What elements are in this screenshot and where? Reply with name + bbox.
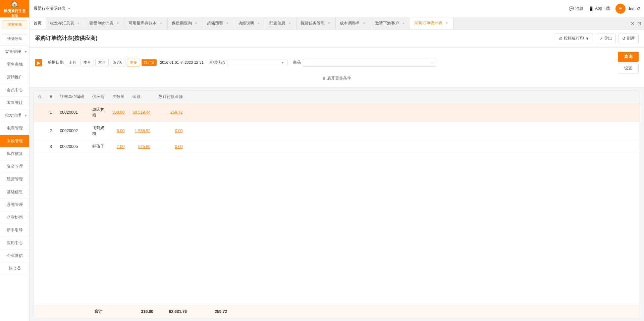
logo-text: 畅捷通好生意 (4, 8, 26, 13)
tab-close-icon[interactable]: × (362, 21, 367, 26)
status-select[interactable]: ▼ (227, 59, 287, 66)
export-button[interactable]: ↗ 导出 (596, 34, 616, 43)
tab-overstock-label: 超储预警 (207, 20, 223, 26)
template-print-button[interactable]: 🖨 按模板打印 ▼ (555, 34, 593, 43)
data-table: ⚙ # 往来单位编码 供应商 主数量 金额 累计付款金额 (34, 91, 640, 153)
amount-column-header: 金额 (128, 91, 154, 103)
sidebar-item-member[interactable]: 会员中心 (0, 84, 29, 97)
tab-warranty[interactable]: 保质期查询 × (168, 17, 203, 29)
tab-config[interactable]: 配置信息 × (265, 17, 297, 29)
tab-receivable[interactable]: 收发存汇总表 × (46, 17, 85, 29)
page-header: 采购订单统计表(按供应商) 🖨 按模板打印 ▼ ↗ 导出 ↺ 刷新 (30, 30, 644, 48)
print-icon: 🖨 (558, 36, 562, 41)
sidebar-item-capital[interactable]: 资金管理 (0, 160, 29, 173)
tab-inventory-ledger[interactable]: 可用量库存账本 × (124, 17, 168, 29)
tab-cost[interactable]: 成本调整单 × (336, 17, 371, 29)
sidebar-item-basic-info[interactable]: 基础信息 (0, 186, 29, 199)
tab-purchase-stat[interactable]: 采购订单统计表 × (410, 17, 453, 29)
message-icon: 💬 (569, 6, 574, 11)
table-row[interactable]: 1 00020001 惠氏奶粉 303.00 60,519.44 259.72 (34, 103, 640, 122)
sidebar-item-purchase[interactable]: 采购管理 (0, 135, 29, 148)
sidebar-item-enterprise[interactable]: 企业协同 (0, 211, 29, 224)
sidebar-item-newbie[interactable]: 新手引导 (0, 224, 29, 237)
refresh-button[interactable]: ↺ 刷新 (619, 34, 639, 43)
tabbar: 首页 收发存汇总表 × 要货单统计表 × 可用量库存账本 × 保质期查询 × 超… (30, 17, 644, 30)
sidebar-item-inventory[interactable]: 库存核算 (0, 148, 29, 160)
logo-icon: 🏠 (10, 0, 19, 8)
tab-close-icon[interactable]: × (327, 21, 331, 26)
tab-overstock[interactable]: 超储预警 × (203, 17, 234, 29)
extra-column-header (187, 91, 640, 103)
row-num: 2 (46, 122, 56, 140)
phone-icon: 📱 (589, 6, 594, 11)
page-title: 采购订单统计表(按供应商) (35, 35, 98, 42)
tab-purchase-stat-label: 采购订单统计表 (414, 20, 442, 26)
num-column-header: # (46, 91, 56, 103)
sidebar-item-system[interactable]: 系统管理 (0, 199, 29, 211)
expand-icon: ⊕ (322, 76, 326, 81)
search-english-button[interactable]: 搜索英单 (2, 20, 27, 29)
date-this-month-btn[interactable]: 本月 (80, 59, 94, 66)
column-settings-icon[interactable]: ⚙ (38, 95, 42, 99)
tab-close-icon[interactable]: × (256, 21, 261, 26)
sidebar-item-retail-stat[interactable]: 零售统计 (0, 97, 29, 109)
tab-close-icon[interactable]: × (194, 21, 199, 26)
message-button[interactable]: 💬 消息 (569, 6, 583, 11)
tab-close-icon[interactable]: × (287, 21, 292, 26)
row-code: 00020002 (56, 122, 88, 140)
date-more-btn[interactable]: 更多 (127, 59, 140, 66)
date-this-year-btn[interactable]: 本年 (95, 59, 109, 66)
tab-goods-stat-label: 要货单统计表 (89, 20, 113, 26)
close-window-button[interactable]: ✕ (631, 21, 635, 26)
tab-home[interactable]: 首页 (30, 17, 46, 29)
row-settings (34, 122, 46, 140)
goods-input[interactable]: ··· (303, 59, 437, 67)
user-menu[interactable]: E demo2 (615, 4, 640, 14)
row-quantity: 7.00 (108, 140, 129, 153)
settings-button[interactable]: 设置 (618, 63, 639, 73)
sidebar-item-ecommerce[interactable]: 电商管理 (0, 122, 29, 135)
tab-close-icon[interactable]: × (115, 21, 120, 26)
table-row[interactable]: 3 00020005 好孩子 7.00 525.80 0.00 (34, 140, 640, 153)
tab-close-icon[interactable]: × (444, 21, 449, 25)
row-settings (34, 140, 46, 153)
row-supplier: 好孩子 (88, 140, 108, 153)
date-7days-btn[interactable]: 近7天 (110, 59, 125, 66)
tab-close-icon[interactable]: × (159, 21, 163, 26)
workspace-selector[interactable]: 母婴行业演示账套 ▼ (34, 6, 71, 11)
sidebar-item-app-center[interactable]: 应用中心 (0, 237, 29, 250)
tab-goods-stat[interactable]: 要货单统计表 × (85, 17, 124, 29)
row-code: 00020001 (56, 103, 88, 122)
tab-help[interactable]: 功能说明 × (234, 17, 265, 29)
sidebar-item-operations[interactable]: 经营管理 (0, 173, 29, 186)
expand-more-conditions[interactable]: ⊕ 展开更多条件 (35, 73, 639, 83)
settings-column-header: ⚙ (34, 91, 46, 103)
app-logo[interactable]: 🏠 畅捷通好生意 标版 (0, 0, 29, 17)
tab-close-icon[interactable]: × (401, 21, 406, 26)
table-row[interactable]: 2 00020002 飞鹤奶粉 6.00 1,586.52 0.00 (34, 122, 640, 140)
table-footer-row: 合计 316.00 62,631.76 259.72 (34, 305, 640, 318)
filter-toggle-button[interactable]: ▶ (35, 59, 42, 66)
tabbar-actions: ✕ ⊡ (628, 17, 644, 29)
date-last-month-btn[interactable]: 上月 (66, 59, 79, 66)
sidebar-item-vip[interactable]: 畅会员 (0, 262, 29, 275)
tab-close-icon[interactable]: × (76, 21, 81, 26)
tab-invite[interactable]: 邀请下游客户 × (371, 17, 410, 29)
sidebar-item-retail-manage[interactable]: 零售管理 ▼ (0, 46, 29, 58)
tab-close-icon[interactable]: × (225, 21, 230, 26)
maximize-button[interactable]: ⊡ (637, 21, 641, 26)
page-content: 采购订单统计表(按供应商) 🖨 按模板打印 ▼ ↗ 导出 ↺ 刷新 (30, 30, 644, 321)
sidebar-item-retail-mall[interactable]: 零售商城 (0, 58, 29, 71)
app-download-button[interactable]: 📱 App下载 (589, 6, 610, 11)
sidebar-item-wholesale[interactable]: 批发管理 ▼ (0, 109, 29, 122)
table-scroll: ⚙ # 往来单位编码 供应商 主数量 金额 累计付款金额 (34, 91, 640, 305)
quick-nav-button[interactable]: 快捷导航 (2, 34, 27, 43)
sidebar-item-wechat[interactable]: 企业微信 (0, 250, 29, 262)
tab-task[interactable]: 拣货任务管理 × (297, 17, 336, 29)
query-button[interactable]: 查询 (618, 52, 639, 62)
tab-inventory-ledger-label: 可用量库存账本 (128, 20, 157, 26)
footer-paid: 259.72 (191, 305, 231, 318)
paid-column-header: 累计付款金额 (155, 91, 187, 103)
date-filter-label: 单据日期 (48, 60, 64, 65)
sidebar-item-marketing[interactable]: 营销推广 (0, 71, 29, 84)
